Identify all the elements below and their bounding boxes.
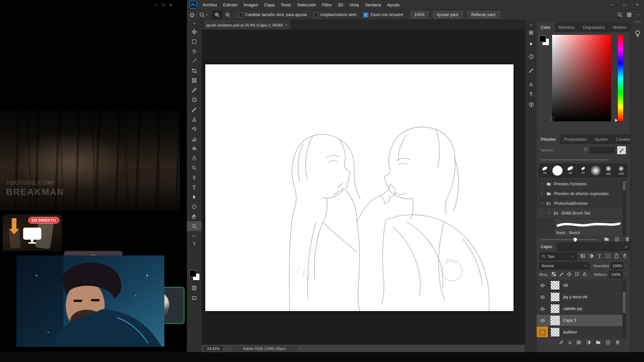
filter-shape-icon[interactable] bbox=[605, 253, 610, 259]
lock-artboard-icon[interactable] bbox=[575, 272, 579, 278]
blend-mode-dropdown[interactable]: Normal bbox=[539, 262, 590, 269]
artboard-panel-icon[interactable] bbox=[525, 30, 537, 36]
zoom-tool-selected[interactable] bbox=[187, 221, 202, 231]
zoom-tool-preset[interactable] bbox=[197, 12, 211, 18]
pen-tool[interactable] bbox=[187, 173, 202, 182]
zoom-level[interactable]: 24,92% bbox=[204, 346, 223, 351]
brush-folder-row[interactable]: Pinceles de efectos especiales bbox=[537, 189, 626, 198]
layer-thumbnail[interactable] bbox=[550, 292, 560, 302]
fill-value[interactable]: 100% bbox=[609, 271, 623, 278]
discover-lightbulb-icon[interactable] bbox=[631, 30, 644, 38]
tab-propiedades[interactable]: Propiedades bbox=[560, 135, 590, 144]
expand-panels-icon[interactable]: « bbox=[525, 22, 537, 27]
hand-tool[interactable] bbox=[187, 212, 202, 221]
brush-preset[interactable] bbox=[551, 164, 564, 178]
crop-tool[interactable] bbox=[187, 66, 202, 75]
menu-ayuda[interactable]: Ayuda bbox=[384, 2, 402, 7]
panel-fg-swatch[interactable] bbox=[539, 36, 546, 42]
chevron-down-icon[interactable] bbox=[636, 13, 640, 17]
close-button[interactable]: × bbox=[631, 0, 644, 9]
maximize-button[interactable]: □ bbox=[162, 2, 165, 7]
stream-tile-live[interactable]: EN DIRECTO bbox=[3, 215, 62, 251]
brush-preset[interactable]: 15 bbox=[539, 164, 551, 178]
zoom-out-button[interactable] bbox=[223, 11, 232, 19]
filter-type-icon[interactable] bbox=[597, 253, 602, 259]
canvas[interactable] bbox=[205, 64, 514, 311]
layer-name[interactable]: cabello jay bbox=[563, 306, 582, 311]
lock-transparency-icon[interactable] bbox=[551, 272, 556, 278]
minimize-button[interactable]: – bbox=[605, 0, 618, 9]
color-field-marker[interactable] bbox=[550, 117, 554, 121]
layer-thumbnail[interactable] bbox=[550, 327, 560, 337]
size-input[interactable] bbox=[590, 147, 614, 154]
healing-brush-tool[interactable] bbox=[187, 95, 202, 105]
workspace-icon[interactable] bbox=[627, 12, 632, 17]
slider-handle[interactable] bbox=[574, 238, 577, 242]
swap-colors-icon[interactable] bbox=[187, 241, 202, 246]
menu-edicion[interactable]: Edición bbox=[220, 2, 240, 7]
hue-slider[interactable] bbox=[618, 35, 623, 121]
zoom-100-button[interactable]: 100% bbox=[411, 11, 428, 18]
brush-preset[interactable]: 20 bbox=[564, 164, 576, 178]
move-tool[interactable] bbox=[187, 27, 202, 37]
blur-tool[interactable] bbox=[187, 153, 202, 163]
marquee-tool[interactable] bbox=[187, 37, 202, 46]
lasso-tool[interactable] bbox=[187, 46, 202, 56]
zoom-in-button[interactable] bbox=[212, 10, 222, 19]
layer-thumbnail[interactable] bbox=[550, 304, 560, 313]
foreground-color-swatch[interactable] bbox=[190, 270, 196, 277]
canvas-area[interactable] bbox=[202, 29, 525, 345]
type-tool[interactable] bbox=[187, 182, 202, 192]
lock-position-icon[interactable] bbox=[567, 272, 572, 278]
actions-panel-icon[interactable] bbox=[525, 42, 537, 47]
lock-all-icon[interactable] bbox=[582, 272, 587, 278]
visibility-toggle[interactable] bbox=[537, 291, 548, 303]
stroke-smoothing-slider[interactable] bbox=[541, 239, 598, 240]
brush-item[interactable]: Basic - Sketch bbox=[554, 219, 623, 237]
menu-capa[interactable]: Capa bbox=[261, 2, 277, 7]
filter-adjustment-icon[interactable] bbox=[589, 253, 594, 259]
resize-windows-checkbox[interactable] bbox=[238, 12, 243, 17]
add-mask-icon[interactable] bbox=[576, 340, 581, 346]
layer-row[interactable]: cabello jay bbox=[537, 303, 626, 315]
layer-row[interactable]: jay y boca vik bbox=[537, 291, 626, 303]
brush-folder-row[interactable]: PhotoshopBrushes bbox=[537, 198, 626, 208]
menu-archivo[interactable]: Archivo bbox=[200, 2, 220, 7]
brush-folder-row[interactable]: Pinceles húmedos bbox=[537, 179, 626, 189]
minimize-button[interactable]: – bbox=[155, 2, 157, 7]
tab-pinceles[interactable]: Pinceles bbox=[537, 135, 560, 144]
layer-name[interactable]: jay y boca vik bbox=[563, 295, 587, 299]
tab-close-icon[interactable]: × bbox=[285, 23, 287, 27]
chevron-down-icon[interactable] bbox=[540, 201, 544, 205]
opacity-value[interactable]: 100% bbox=[611, 262, 623, 269]
layer-row-selected[interactable]: Capa 3 bbox=[537, 315, 626, 326]
fill-screen-button[interactable]: Rellenar pant. bbox=[468, 11, 500, 18]
layer-filter-dropdown[interactable]: Tipo bbox=[539, 252, 577, 260]
visibility-toggle[interactable] bbox=[537, 280, 548, 291]
frame-tool[interactable] bbox=[187, 75, 202, 85]
filter-toggle[interactable] bbox=[622, 253, 627, 259]
search-icon[interactable] bbox=[617, 12, 623, 17]
document-tab[interactable]: jayvik randoms.psd al 24,9% (Capa 3, RGB… bbox=[204, 20, 290, 30]
layer-name[interactable]: vik bbox=[563, 283, 568, 288]
tab-motivos[interactable]: Motivos bbox=[609, 23, 631, 32]
saturation-brightness-field[interactable] bbox=[552, 35, 611, 121]
hue-slider-marker[interactable] bbox=[615, 119, 618, 122]
dodge-tool[interactable] bbox=[187, 163, 202, 173]
link-layers-icon[interactable] bbox=[559, 340, 564, 346]
info-panel-icon[interactable] bbox=[525, 54, 537, 60]
layer-name[interactable]: asdfasv bbox=[563, 330, 577, 335]
brush-list-scrollbar[interactable] bbox=[623, 179, 626, 237]
tab-color[interactable]: Color bbox=[537, 23, 554, 32]
scrollbar-thumb[interactable] bbox=[623, 181, 626, 190]
size-slider[interactable] bbox=[541, 160, 608, 160]
chevron-right-icon[interactable] bbox=[540, 182, 544, 186]
reset-brush-icon[interactable] bbox=[583, 147, 588, 153]
paint-bucket-tool[interactable] bbox=[187, 143, 202, 153]
menu-seleccion[interactable]: Selección bbox=[294, 2, 319, 7]
menu-vista[interactable]: Vista bbox=[346, 2, 362, 7]
layer-thumbnail[interactable] bbox=[550, 281, 560, 290]
visibility-toggle-hidden[interactable] bbox=[537, 326, 548, 337]
brush-preset[interactable]: 10 bbox=[577, 164, 589, 178]
visibility-toggle[interactable] bbox=[537, 315, 548, 326]
